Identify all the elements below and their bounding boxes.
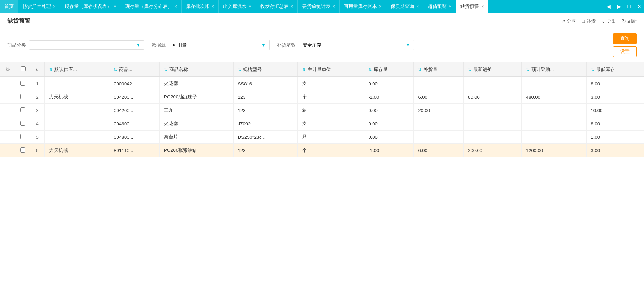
row-checkbox-cell-5[interactable] <box>16 144 30 157</box>
replenish-icon: □ <box>582 18 585 24</box>
row-code-1: 004200... <box>109 90 160 104</box>
sort-icon-name: ⇅ <box>164 67 167 72</box>
nav-tab-expiry[interactable]: 保质期查询 × <box>386 0 423 13</box>
row-est-purchase-4 <box>521 131 586 144</box>
close-tab-available[interactable]: × <box>379 4 382 9</box>
col-code[interactable]: ⇅ 商品... <box>109 62 160 77</box>
row-supplier-5: 力天机械 <box>44 144 109 157</box>
row-checkbox-5[interactable] <box>20 147 25 153</box>
row-last-price-5: 200.00 <box>464 144 522 157</box>
close-tab-exception[interactable]: × <box>53 4 56 9</box>
table-row: 4 004600... 火花塞 J7092 支 0.00 8.00 <box>0 117 644 131</box>
row-est-purchase-5: 1200.00 <box>521 144 586 157</box>
row-name-3: 火花塞 <box>160 117 234 131</box>
col-supplier[interactable]: ⇅ 默认供应... <box>44 62 109 77</box>
close-tab-collect[interactable]: × <box>291 4 293 9</box>
row-unit-1: 个 <box>298 90 364 104</box>
table-row: 6 力天机械 801110... PC200张紧油缸 123 个 -1.00 6… <box>0 144 644 157</box>
row-min-stock-0: 8.00 <box>586 77 644 90</box>
row-num-0: 1 <box>30 77 44 90</box>
row-checkbox-3[interactable] <box>20 121 25 126</box>
nav-tab-stock-status[interactable]: 现存量（库存状况表） × <box>60 0 121 13</box>
row-num-4: 5 <box>30 131 44 144</box>
nav-tab-demand[interactable]: 要货单统计表 × <box>298 0 340 13</box>
nav-tab-overstock[interactable]: 超储预警 × <box>423 0 456 13</box>
row-stock-5: -1.00 <box>364 144 414 157</box>
row-last-price-3 <box>464 117 522 131</box>
col-est-purchase[interactable]: ⇅ 预计采购... <box>521 62 586 77</box>
nav-tab-batch[interactable]: 库存批次账 × <box>182 0 219 13</box>
refresh-button[interactable]: ↻ 刷新 <box>622 18 637 25</box>
close-tab-stock-status[interactable]: × <box>114 4 116 9</box>
close-tab-overstock[interactable]: × <box>449 4 451 9</box>
row-checkbox-cell-2[interactable] <box>16 104 30 117</box>
row-num-1: 2 <box>30 90 44 104</box>
row-spec-2: 123 <box>233 104 297 117</box>
row-replenish-2: 20.00 <box>414 104 464 117</box>
sort-icon-supplier: ⇅ <box>49 67 52 72</box>
close-tab-batch[interactable]: × <box>212 4 214 9</box>
replenish-button[interactable]: □ 补货 <box>582 18 596 25</box>
datasource-select[interactable]: 可用量 ▼ <box>169 40 270 50</box>
nav-tab-available[interactable]: 可用量库存账本 × <box>340 0 386 13</box>
nav-restore-button[interactable]: □ <box>624 0 634 13</box>
col-gear[interactable]: ⚙ <box>0 62 16 77</box>
nav-tab-inout[interactable]: 出入库流水 × <box>219 0 256 13</box>
col-min-stock[interactable]: ⇅ 最低库存 <box>586 62 644 77</box>
share-button[interactable]: ↗ 分享 <box>561 18 576 25</box>
nav-tab-collect[interactable]: 收发存汇总表 × <box>256 0 298 13</box>
row-min-stock-4: 1.00 <box>586 131 644 144</box>
nav-next-button[interactable]: ▶ <box>614 0 624 13</box>
row-stock-3: 0.00 <box>364 117 414 131</box>
col-replenish[interactable]: ⇅ 补货量 <box>414 62 464 77</box>
row-checkbox-cell-0[interactable] <box>16 77 30 90</box>
nav-close-button[interactable]: ✕ <box>634 0 644 13</box>
basis-select[interactable]: 安全库存 ▼ <box>299 40 414 50</box>
row-supplier-1: 力天机械 <box>44 90 109 104</box>
settings-button[interactable]: 设置 <box>613 46 637 57</box>
basis-filter: 补货基数 安全库存 ▼ <box>277 40 414 50</box>
row-checkbox-1[interactable] <box>20 94 25 99</box>
close-tab-demand[interactable]: × <box>332 4 335 9</box>
row-stock-2: 0.00 <box>364 104 414 117</box>
row-checkbox-4[interactable] <box>20 134 25 139</box>
row-stock-0: 0.00 <box>364 77 414 90</box>
gear-icon[interactable]: ⚙ <box>5 66 10 72</box>
col-name[interactable]: ⇅ 商品名称 <box>160 62 234 77</box>
col-checkbox[interactable] <box>16 62 30 77</box>
row-checkbox-0[interactable] <box>20 81 25 86</box>
row-stock-1: -1.00 <box>364 90 414 104</box>
table-row: 2 力天机械 004200... PC200油缸庄子 123 个 -1.00 6… <box>0 90 644 104</box>
row-gear-0 <box>0 77 16 84</box>
close-tab-stock-dist[interactable]: × <box>174 4 177 9</box>
nav-tab-exception[interactable]: 拣货异常处理 × <box>18 0 60 13</box>
close-tab-inout[interactable]: × <box>249 4 251 9</box>
nav-tab-shortage[interactable]: 缺货预警 × <box>456 0 488 13</box>
close-tab-expiry[interactable]: × <box>416 4 419 9</box>
col-stock[interactable]: ⇅ 库存量 <box>364 62 414 77</box>
row-checkbox-cell-3[interactable] <box>16 117 30 131</box>
filter-actions: 查询 设置 <box>613 33 637 57</box>
row-replenish-1: 6.00 <box>414 90 464 104</box>
nav-tab-stock-dist[interactable]: 现存量（库存分布表） × <box>121 0 182 13</box>
query-button[interactable]: 查询 <box>613 33 637 44</box>
row-checkbox-cell-4[interactable] <box>16 131 30 144</box>
row-checkbox-2[interactable] <box>20 107 25 112</box>
sort-icon-code: ⇅ <box>114 67 117 72</box>
nav-prev-button[interactable]: ◀ <box>604 0 614 13</box>
category-select[interactable]: ▼ <box>29 40 144 50</box>
row-replenish-0 <box>414 77 464 90</box>
col-spec[interactable]: ⇅ 规格型号 <box>233 62 297 77</box>
row-unit-5: 个 <box>298 144 364 157</box>
row-checkbox-cell-1[interactable] <box>16 90 30 104</box>
row-spec-4: DS250*23c... <box>233 131 297 144</box>
category-filter: 商品分类 ▼ <box>7 40 144 50</box>
nav-tab-home[interactable]: 首页 <box>0 0 18 13</box>
row-est-purchase-2 <box>521 104 586 117</box>
row-code-3: 004600... <box>109 117 160 131</box>
col-unit[interactable]: ⇅ 主计量单位 <box>298 62 364 77</box>
close-tab-shortage[interactable]: × <box>481 4 484 9</box>
col-last-price[interactable]: ⇅ 最新进价 <box>464 62 522 77</box>
select-all-checkbox[interactable] <box>21 66 26 71</box>
export-button[interactable]: ⇓ 导出 <box>601 18 616 25</box>
